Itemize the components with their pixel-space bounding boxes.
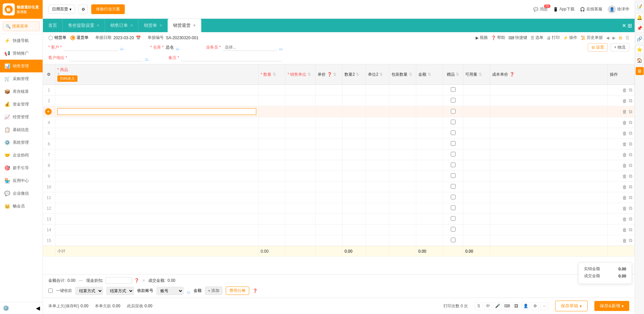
row13-delete-icon[interactable]: 🗑 xyxy=(622,216,627,222)
tab-close-sales-delivery[interactable]: × xyxy=(160,23,162,28)
tool-mic-icon[interactable]: 🎤 xyxy=(493,302,501,310)
row15-copy-icon[interactable]: ⧉ xyxy=(629,238,632,243)
sidebar-item-purchase[interactable]: 🛒 采购管理 xyxy=(0,72,43,85)
row15-gift-checkbox[interactable] xyxy=(451,238,455,242)
save-new-button[interactable]: 保存&新增 ▾ xyxy=(594,301,629,311)
row13-gift-checkbox[interactable] xyxy=(451,216,455,221)
help-btn[interactable]: ❓ 帮助 xyxy=(491,35,505,41)
right-panel-btn-4[interactable]: 🔗 xyxy=(636,35,644,43)
remarks-input[interactable] xyxy=(181,54,282,61)
nav-next-icon[interactable]: ▶ xyxy=(612,36,615,40)
row13-copy-icon[interactable]: ⧉ xyxy=(629,216,632,222)
calendar-icon[interactable]: 📅 xyxy=(136,36,141,40)
row5-gift-checkbox[interactable] xyxy=(451,130,455,135)
sort-unit-icon[interactable]: ⇅ xyxy=(308,72,311,77)
row8-copy-icon[interactable]: ⧉ xyxy=(629,163,632,168)
row2-copy-icon[interactable]: ⧉ xyxy=(629,98,632,104)
cash-discount-input[interactable] xyxy=(105,277,132,284)
payment-method-select[interactable]: 结算方式 xyxy=(75,287,103,295)
tab-price-setting[interactable]: 售价提取设置 × xyxy=(63,19,105,32)
sidebar-item-finance[interactable]: 💰 资金管理 xyxy=(0,98,43,111)
row4-delete-icon[interactable]: 🗑 xyxy=(622,120,627,125)
sidebar-item-inventory[interactable]: 📦 库存核算 xyxy=(0,85,43,98)
sort-goods-icon[interactable]: ⇅ xyxy=(57,73,257,75)
fee-split-help-icon[interactable]: ❓ xyxy=(253,289,258,293)
tab-close-price-setting[interactable]: × xyxy=(97,23,99,28)
row9-gift-checkbox[interactable] xyxy=(451,173,455,178)
video-btn[interactable]: ▶ 视频 xyxy=(476,35,488,41)
sort-available-icon[interactable]: ⇅ xyxy=(479,72,482,77)
customer-more-link[interactable]: ... xyxy=(120,45,123,50)
row10-copy-icon[interactable]: ⧉ xyxy=(629,184,632,190)
row1-delete-icon[interactable]: 🗑 xyxy=(622,87,627,93)
grid-view-icon[interactable]: ⊞ xyxy=(619,36,622,40)
daily-selector[interactable]: 日用百货 ▾ xyxy=(48,5,75,14)
tool-s-icon[interactable]: S xyxy=(475,302,483,310)
online-service-button[interactable]: 🎧 在线客服 xyxy=(580,6,602,12)
tab-close-sales-return[interactable]: × xyxy=(193,23,196,28)
add-logistics-button[interactable]: + 物流 xyxy=(610,43,629,52)
app-download-button[interactable]: 📱 App下载 xyxy=(553,6,575,12)
tool-image-icon[interactable]: 🖼 xyxy=(512,302,520,310)
sidebar-item-basic[interactable]: 📋 基础信息 xyxy=(0,123,43,136)
sidebar-item-operations[interactable]: 📈 经营管理 xyxy=(0,111,43,123)
add-payment-button[interactable]: + 添加 xyxy=(205,287,222,295)
row14-gift-checkbox[interactable] xyxy=(451,227,455,232)
settings-bottom-icon[interactable]: ⚙️ xyxy=(3,305,9,311)
settings-gear-button[interactable]: ⚙ xyxy=(78,5,88,14)
row4-copy-icon[interactable]: ⧉ xyxy=(629,120,632,125)
print-btn[interactable]: 🖨 打印 xyxy=(547,35,560,41)
tab-sales-return[interactable]: 销货退货 × xyxy=(168,19,201,32)
nav-prev-icon[interactable]: ◀ xyxy=(606,36,609,40)
tool-keyboard-icon[interactable]: ⌨ xyxy=(503,302,511,310)
right-panel-btn-2[interactable]: 🔔 xyxy=(636,13,644,21)
row8-delete-icon[interactable]: 🗑 xyxy=(622,163,627,168)
row6-delete-icon[interactable]: 🗑 xyxy=(622,141,627,147)
sidebar-item-shortcut[interactable]: ⚡ 快捷导航 xyxy=(0,34,43,47)
row14-delete-icon[interactable]: 🗑 xyxy=(622,227,627,233)
close-tab-button[interactable]: ✕ xyxy=(622,22,626,29)
right-panel-btn-3[interactable]: 📌 xyxy=(636,24,644,32)
scan-input-button[interactable]: 扫码录入 xyxy=(57,75,77,82)
sort-amount-icon[interactable]: ⇅ xyxy=(428,72,431,77)
row15-delete-icon[interactable]: 🗑 xyxy=(622,238,627,243)
tab-home[interactable]: 首页 xyxy=(43,19,63,32)
right-panel-btn-7[interactable]: 🖥 xyxy=(636,67,644,75)
cash-discount-help-icon[interactable]: ❓ xyxy=(134,278,139,283)
row3-goods-input[interactable] xyxy=(57,108,257,115)
row11-gift-checkbox[interactable] xyxy=(451,195,455,199)
tool-user-icon[interactable]: 👤 xyxy=(522,302,530,310)
tab-sales-delivery[interactable]: 销货单 × xyxy=(139,19,168,32)
row12-gift-checkbox[interactable] xyxy=(451,205,455,210)
search-menu-button[interactable]: 🔍 搜索菜单 xyxy=(3,21,40,31)
row8-gift-checkbox[interactable] xyxy=(451,163,455,167)
history-btn[interactable]: 📜 历史单据 xyxy=(581,35,603,41)
right-panel-btn-6[interactable]: 🏠 xyxy=(636,56,644,64)
row6-gift-checkbox[interactable] xyxy=(451,141,455,146)
row6-copy-icon[interactable]: ⧉ xyxy=(629,141,632,147)
row3-delete-icon[interactable]: 🗑 xyxy=(622,109,627,114)
column-settings-icon[interactable]: ⚙ xyxy=(47,72,51,77)
sidebar-item-system[interactable]: ⚙️ 系统管理 xyxy=(0,136,43,149)
tab-close-sales-order[interactable]: × xyxy=(130,23,133,28)
experience-button[interactable]: 体验行业方案 xyxy=(91,4,125,14)
radio-return[interactable]: 退货单 xyxy=(70,35,89,41)
row10-gift-checkbox[interactable] xyxy=(451,184,455,189)
row1-copy-icon[interactable]: ⧉ xyxy=(629,87,632,93)
row14-copy-icon[interactable]: ⧉ xyxy=(629,227,632,233)
row3-goods[interactable] xyxy=(55,106,259,117)
maximize-button[interactable]: ⊞ xyxy=(628,22,632,29)
addr-more-link[interactable]: ... xyxy=(145,55,148,60)
save-draft-button[interactable]: 保存草稿 ▾ xyxy=(555,301,588,311)
row7-gift-checkbox[interactable] xyxy=(451,152,455,156)
row7-copy-icon[interactable]: ⧉ xyxy=(629,152,632,158)
row3-gift-checkbox[interactable] xyxy=(451,109,455,114)
collapse-icon[interactable]: ◀ xyxy=(36,305,40,311)
account-select[interactable]: 账号 xyxy=(157,287,183,295)
row2-gift-checkbox[interactable] xyxy=(451,98,455,103)
calculation-select[interactable]: 结算方式 xyxy=(106,287,134,295)
row10-delete-icon[interactable]: 🗑 xyxy=(622,184,627,190)
sort-qty-icon[interactable]: ⇅ xyxy=(273,72,276,77)
row5-delete-icon[interactable]: 🗑 xyxy=(622,131,627,136)
row12-copy-icon[interactable]: ⧉ xyxy=(629,205,632,211)
